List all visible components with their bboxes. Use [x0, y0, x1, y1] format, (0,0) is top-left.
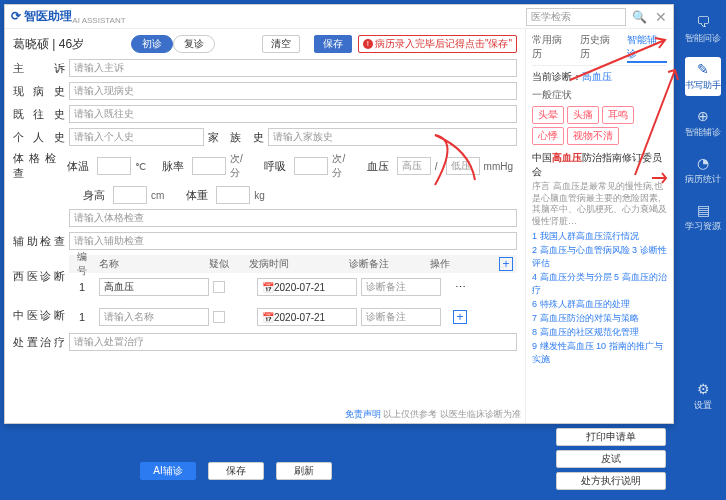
wdx-note-input[interactable]: 诊断备注 — [361, 278, 441, 296]
sb-settings[interactable]: ⚙设置 — [685, 377, 721, 416]
bp-low-input[interactable]: 低压 — [446, 157, 480, 175]
family-input[interactable]: 请输入家族史 — [268, 128, 517, 146]
wdx-name-input[interactable]: 高血压 — [99, 278, 209, 296]
hpi-input[interactable]: 请输入现病史 — [69, 82, 517, 100]
personal-input[interactable]: 请输入个人史 — [69, 128, 204, 146]
weight-input[interactable] — [216, 186, 250, 204]
aux-input[interactable]: 请输入辅助检查 — [69, 232, 517, 250]
sb-stats[interactable]: ◔病历统计 — [685, 151, 721, 190]
symptom-chip[interactable]: 头晕 — [532, 106, 564, 124]
rtab-ai[interactable]: 智能辅诊 — [627, 33, 667, 63]
wdx-row: 1 高血压 📅 2020-07-21 诊断备注 ⋯ — [69, 276, 517, 298]
exec-button[interactable]: 处方执行说明 — [556, 472, 666, 490]
sb-writing-assist[interactable]: ✎书写助手 — [685, 57, 721, 96]
resp-input[interactable] — [294, 157, 328, 175]
cdx-row: 1 请输入名称 📅 2020-07-21 诊断备注 + — [69, 306, 517, 328]
save-reminder: !病历录入完毕后记得点击"保存" — [358, 35, 517, 53]
symptom-chip[interactable]: 耳鸣 — [602, 106, 634, 124]
cdx-suspect-check[interactable] — [213, 311, 225, 323]
disclaimer: 免责声明 以上仅供参考 以医生临床诊断为准 — [345, 408, 521, 421]
guideline-link[interactable]: 4 高血压分类与分层 5 高血压的治疗 — [532, 271, 667, 297]
label-wdx: 西医诊断 — [13, 269, 65, 284]
sb-smart-consult[interactable]: 🗨智能问诊 — [685, 10, 721, 49]
guideline-link[interactable]: 2 高血压与心血管病风险 3 诊断性评估 — [532, 244, 667, 270]
wdx-table-head: 编号名称疑似发病时间诊断备注操作 + — [69, 255, 517, 273]
symptom-chip[interactable]: 心悸 — [532, 127, 564, 145]
app-logo: ⟳ 智医助理AI ASSISTANT — [11, 8, 126, 25]
label-aux: 辅助检查 — [13, 234, 65, 249]
cdx-name-input[interactable]: 请输入名称 — [99, 308, 209, 326]
save-button[interactable]: 保存 — [314, 35, 352, 53]
sb-learning[interactable]: ▤学习资源 — [685, 198, 721, 237]
search-input[interactable]: 医学检索 — [526, 8, 626, 26]
chief-input[interactable]: 请输入主诉 — [69, 59, 517, 77]
label-chief: 主 诉 — [13, 61, 65, 76]
add-wdx-button[interactable]: + — [499, 257, 513, 271]
bp-high-input[interactable]: 高压 — [397, 157, 431, 175]
sb-ai-assist[interactable]: ⊕智能辅诊 — [685, 104, 721, 143]
refresh-button[interactable]: 刷新 — [276, 462, 332, 480]
symptom-title: 一般症状 — [532, 88, 667, 102]
skintest-button[interactable]: 皮试 — [556, 450, 666, 468]
label-family: 家 族 史 — [208, 130, 264, 145]
rtab-common[interactable]: 常用病历 — [532, 33, 572, 63]
guideline-link[interactable]: 9 继发性高血压 10 指南的推广与实施 — [532, 340, 667, 366]
tab-first-visit[interactable]: 初诊 — [131, 35, 173, 53]
current-dx: 当前诊断：高血压 — [532, 70, 667, 84]
search-icon[interactable]: 🔍 — [632, 10, 647, 24]
cdx-date-input[interactable]: 📅 2020-07-21 — [257, 308, 357, 326]
rtab-history[interactable]: 历史病历 — [580, 33, 620, 63]
ai-assist-button[interactable]: AI辅诊 — [140, 462, 196, 480]
temp-input[interactable] — [97, 157, 131, 175]
height-input[interactable] — [113, 186, 147, 204]
label-exam: 体格检查 — [13, 151, 56, 181]
label-cdx: 中医诊断 — [13, 308, 65, 323]
label-past: 既 往 史 — [13, 107, 65, 122]
save-button-2[interactable]: 保存 — [208, 462, 264, 480]
guideline-link[interactable]: 8 高血压的社区规范化管理 — [532, 326, 667, 339]
add-cdx-button[interactable]: + — [453, 310, 467, 324]
patient-name: 葛晓硕 | 46岁 — [13, 36, 84, 53]
cdx-note-input[interactable]: 诊断备注 — [361, 308, 441, 326]
guideline-title: 中国高血压防治指南修订委员会 — [532, 151, 667, 179]
label-hpi: 现 病 史 — [13, 84, 65, 99]
print-button[interactable]: 打印申请单 — [556, 428, 666, 446]
guideline-link[interactable]: 7 高血压防治的对策与策略 — [532, 312, 667, 325]
close-icon[interactable]: ✕ — [655, 9, 667, 25]
past-input[interactable]: 请输入既往史 — [69, 105, 517, 123]
wdx-date-input[interactable]: 📅 2020-07-21 — [257, 278, 357, 296]
symptom-chip[interactable]: 头痛 — [567, 106, 599, 124]
tab-revisit[interactable]: 复诊 — [173, 35, 215, 53]
exam-input[interactable]: 请输入体格检查 — [69, 209, 517, 227]
disclaimer-link[interactable]: 免责声明 — [345, 409, 381, 419]
clear-button[interactable]: 清空 — [262, 35, 300, 53]
tx-input[interactable]: 请输入处置治疗 — [69, 333, 517, 351]
guideline-link[interactable]: 1 我国人群高血压流行情况 — [532, 230, 667, 243]
pulse-input[interactable] — [192, 157, 226, 175]
wdx-suspect-check[interactable] — [213, 281, 225, 293]
label-personal: 个 人 史 — [13, 130, 65, 145]
guideline-desc: 序言 高血压是最常见的慢性病,也是心脑血管病最主要的危险因素,其脑卒中、心肌梗死… — [532, 181, 667, 228]
label-tx: 处置治疗 — [13, 335, 65, 350]
symptom-chip[interactable]: 视物不清 — [567, 127, 619, 145]
guideline-link[interactable]: 6 特殊人群高血压的处理 — [532, 298, 667, 311]
